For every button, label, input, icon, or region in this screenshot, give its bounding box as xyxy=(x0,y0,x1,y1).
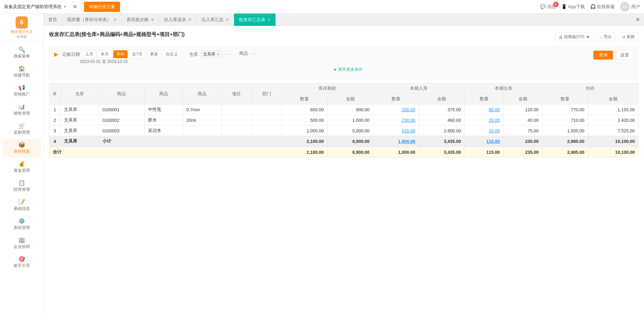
top-bar-right: 💬 消息 6 📱 App下载 🎧 在线客服 Ea 用户 xyxy=(540,2,640,12)
th-out-group: 本期出库 xyxy=(465,83,542,94)
row-warehouse: 文具库 xyxy=(61,104,99,115)
sub-out-qty[interactable]: 115.00 xyxy=(465,136,503,147)
tab-stock-distribution-close[interactable]: ✕ xyxy=(113,18,117,22)
page-content: 收发存汇总表(按仓库+商品编码+商品+规格型号+项目+部门) 🖨 按模板打印 ▼… xyxy=(44,26,644,314)
sidebar-item-finance[interactable]: 💰 资金管理 xyxy=(2,158,41,176)
sub-no: 4 xyxy=(49,136,61,147)
row-out-qty[interactable]: 20.00 xyxy=(465,115,503,126)
warehouse-more-btn[interactable]: ··· xyxy=(225,51,231,57)
date-btn-last-month[interactable]: 上月 xyxy=(82,50,96,58)
sub-in-amt: 3,435.00 xyxy=(419,136,464,147)
system-title: 装备及固定资产辅助管理系统 xyxy=(4,4,62,10)
top-bar-left: 装备及固定资产辅助管理系统 ▼ ⚙ 体验行业方案 xyxy=(4,2,120,12)
sidebar-item-guide[interactable]: 🎯 新手引导 xyxy=(2,253,41,271)
warehouse-tag-close[interactable]: ✕ xyxy=(217,52,219,56)
tab-batch-ledger[interactable]: 库存批次账 ✕ xyxy=(122,14,159,26)
tab-stock-distribution[interactable]: 现存量（库存分布表） ✕ xyxy=(62,14,122,26)
row-dept xyxy=(252,126,282,136)
date-btn-custom[interactable]: 自定义 xyxy=(163,50,181,58)
settings-gear-icon[interactable]: ⚙ xyxy=(70,2,80,12)
sidebar-item-system[interactable]: ⚙️ 系统管理 xyxy=(2,215,41,233)
print-btn[interactable]: 🖨 按模板打印 ▼ xyxy=(555,32,594,42)
filter-row-1: 记账日期 上月 本月 本年 近7天 更多 自定义 xyxy=(62,50,633,65)
row-opening-qty: 500.00 xyxy=(282,115,327,126)
sidebar-item-label-marketing: 营销推广 xyxy=(14,92,30,97)
enterprise-icon: 🏢 xyxy=(18,237,25,243)
row-name: 胶水 xyxy=(145,115,183,126)
tab-receive-send-summary-label: 收发存汇总表 xyxy=(239,17,265,23)
filter-arrow-icon[interactable]: ▶ xyxy=(54,51,58,57)
home-icon: 🏠 xyxy=(18,65,25,72)
row-no: 1 xyxy=(49,104,61,115)
sidebar-item-marketing[interactable]: 📢 营销推广 xyxy=(2,82,41,100)
expand-row: ▼ 展开更多条件 xyxy=(62,67,633,72)
date-btn-this-month[interactable]: 本月 xyxy=(98,50,112,58)
th-gear[interactable]: ⚙ xyxy=(49,83,61,104)
th-code: 商品 xyxy=(99,83,144,104)
row-out-amt: 40.00 xyxy=(503,115,542,126)
tab-receive-send-summary-close[interactable]: ✕ xyxy=(267,18,271,22)
app-download-btn[interactable]: 📱 App下载 xyxy=(561,4,585,10)
table-settings-btn[interactable]: 设置 xyxy=(616,50,633,60)
row-name: 中性笔 xyxy=(145,104,183,115)
sidebar-item-base-info[interactable]: 📝 基础信息 xyxy=(2,196,41,214)
messages-btn[interactable]: 💬 消息 6 xyxy=(540,4,556,10)
refresh-btn[interactable]: ↺ 刷新 xyxy=(618,32,639,42)
th-dept: 部门 xyxy=(252,83,282,104)
tab-in-out-summary[interactable]: 出入库汇总 ✕ xyxy=(197,14,234,26)
experience-btn[interactable]: 体验行业方案 xyxy=(84,2,120,12)
sidebar-item-quick-nav[interactable]: 🏠 快捷导航 xyxy=(2,63,41,81)
online-support-btn[interactable]: 🎧 在线客服 xyxy=(590,4,615,10)
sidebar-item-inventory[interactable]: 📦 库存核算 xyxy=(2,139,41,157)
row-end-amt: 7,525.00 xyxy=(588,126,638,136)
tab-in-out-summary-close[interactable]: ✕ xyxy=(226,18,229,22)
tab-home-label: 首页 xyxy=(48,17,57,23)
tab-in-out-flow-close[interactable]: ✕ xyxy=(188,18,192,22)
row-in-qty[interactable]: 230.00 xyxy=(373,115,419,126)
tab-bar-close-btn[interactable]: ✕ xyxy=(631,16,644,23)
th-opening-qty: 数量 xyxy=(282,94,327,104)
date-btn-7days[interactable]: 近7天 xyxy=(129,50,146,58)
sidebar-item-enterprise[interactable]: 🏢 企业协同 xyxy=(2,234,41,252)
footer-out-qty: 115.00 xyxy=(465,147,503,158)
sidebar-item-label-finance: 资金管理 xyxy=(14,168,30,173)
subtotal-row: 4 文具库 小计 2,100.00 6,900.00 1,000.00 3,43… xyxy=(49,136,639,147)
date-btn-more[interactable]: 更多 xyxy=(147,50,161,58)
message-icon: 💬 xyxy=(540,4,546,9)
date-btn-this-year[interactable]: 本年 xyxy=(113,50,128,58)
sub-in-qty[interactable]: 1,000.00 xyxy=(373,136,419,147)
tab-home[interactable]: 首页 xyxy=(44,14,62,26)
sidebar-item-search[interactable]: 🔍 搜索菜单 xyxy=(2,44,41,62)
sidebar-item-sales[interactable]: 📊 销售管理 xyxy=(2,101,41,119)
row-code: 0100001 xyxy=(99,104,144,115)
sidebar-logo: 6 畅捷通好生意 标准版 xyxy=(0,14,43,42)
export-btn[interactable]: ↓ 导出 xyxy=(596,32,615,42)
row-opening-amt: 900.00 xyxy=(327,104,373,115)
row-in-qty[interactable]: 520.00 xyxy=(373,126,419,136)
query-btn[interactable]: 查询 xyxy=(593,51,613,60)
top-bar: 装备及固定资产辅助管理系统 ▼ ⚙ 体验行业方案 💬 消息 6 📱 App下载 … xyxy=(0,0,644,14)
tab-receive-send-summary[interactable]: 收发存汇总表 ✕ xyxy=(234,14,276,26)
sidebar-item-purchase[interactable]: 🛒 采购管理 xyxy=(2,120,41,138)
expand-more-btn[interactable]: ▼ 展开更多条件 xyxy=(333,67,363,72)
purchase-icon: 🛒 xyxy=(18,122,25,129)
footer-in-amt: 3,435.00 xyxy=(419,147,464,158)
user-menu[interactable]: Ea 用户 xyxy=(620,2,640,12)
filter-fields: 记账日期 上月 本月 本年 近7天 更多 自定义 xyxy=(62,50,633,76)
row-out-qty[interactable]: 80.00 xyxy=(465,104,503,115)
goods-more-btn[interactable]: ··· xyxy=(250,50,257,56)
sidebar-item-operations[interactable]: 📋 经营管理 xyxy=(2,177,41,195)
refresh-icon: ↺ xyxy=(622,35,625,39)
export-btn-label: 导出 xyxy=(604,34,612,40)
system-title-dropdown[interactable]: 装备及固定资产辅助管理系统 ▼ xyxy=(4,4,66,10)
row-in-qty[interactable]: 250.00 xyxy=(373,104,419,115)
export-icon: ↓ xyxy=(600,35,602,39)
sidebar-menu: 🔍 搜索菜单 🏠 快捷导航 📢 营销推广 📊 销售管理 🛒 采购管 xyxy=(0,42,43,314)
sidebar-item-label-enterprise: 企业协同 xyxy=(14,244,30,250)
row-out-qty[interactable]: 15.00 xyxy=(465,126,503,136)
tab-in-out-flow[interactable]: 出入库流水 ✕ xyxy=(159,14,197,26)
row-in-amt: 2,600.00 xyxy=(419,126,464,136)
table-row: 1 文具库 0100001 中性笔 0.7mm 600.00 900.00 25… xyxy=(49,104,639,115)
tab-batch-ledger-close[interactable]: ✕ xyxy=(151,18,154,22)
row-opening-qty: 600.00 xyxy=(282,104,327,115)
